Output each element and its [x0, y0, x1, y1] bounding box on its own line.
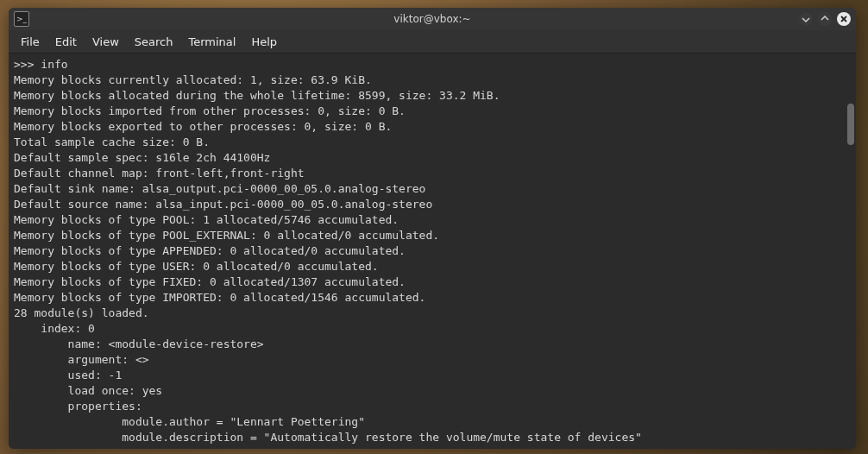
window-title: viktor@vbox:~	[393, 13, 470, 25]
menu-help[interactable]: Help	[244, 32, 284, 52]
menu-search[interactable]: Search	[128, 32, 180, 52]
close-button[interactable]	[837, 12, 851, 26]
maximize-button[interactable]	[818, 12, 832, 26]
menubar: File Edit View Search Terminal Help	[9, 30, 856, 54]
terminal-window: >_ viktor@vbox:~ File Edit View Search T…	[9, 8, 856, 449]
menu-terminal[interactable]: Terminal	[181, 32, 242, 52]
menu-file[interactable]: File	[14, 32, 47, 52]
menu-view[interactable]: View	[85, 32, 126, 52]
menu-edit[interactable]: Edit	[48, 32, 84, 52]
minimize-button[interactable]	[799, 12, 813, 26]
terminal-area[interactable]: >>> info Memory blocks currently allocat…	[9, 54, 856, 449]
terminal-icon: >_	[14, 11, 29, 27]
window-controls	[799, 12, 851, 26]
terminal-output: >>> info Memory blocks currently allocat…	[14, 57, 844, 447]
scrollbar[interactable]	[847, 59, 854, 444]
scrollbar-thumb[interactable]	[847, 104, 854, 145]
titlebar[interactable]: >_ viktor@vbox:~	[9, 8, 856, 30]
